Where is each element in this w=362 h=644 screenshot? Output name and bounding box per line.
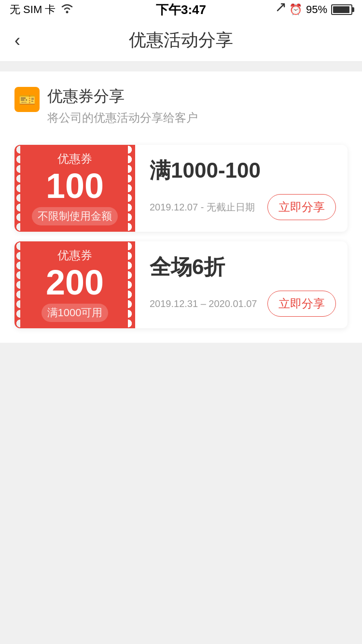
coupon-date-2: 2019.12.31 – 2020.01.07	[150, 298, 257, 309]
coupon-left-1: 优惠券 100 不限制使用金额	[14, 145, 135, 232]
alarm-icon: ⏰	[289, 3, 302, 16]
coupon-amount-2: 200	[46, 265, 104, 300]
share-button-1[interactable]: 立即分享	[267, 194, 336, 220]
coupon-date-1: 2019.12.07 - 无截止日期	[150, 201, 255, 214]
share-button-2[interactable]: 立即分享	[267, 291, 336, 317]
coupon-right-2: 全场6折 2019.12.31 – 2020.01.07 立即分享	[135, 241, 348, 328]
coupon-card-1: 优惠券 100 不限制使用金额 满1000-100 2019.12.07 - 无…	[14, 145, 348, 232]
coupon-condition-2: 满1000可用	[42, 304, 109, 322]
coupon-bottom-2: 2019.12.31 – 2020.01.07 立即分享	[150, 291, 336, 317]
status-right: ⏰ 95%	[277, 3, 352, 16]
section-icon: 🎫	[14, 87, 40, 112]
page-title: 优惠活动分享	[129, 28, 233, 52]
back-button[interactable]: ‹	[14, 30, 20, 51]
coupon-condition-1: 不限制使用金额	[32, 207, 118, 225]
wifi-icon	[60, 3, 74, 16]
coupon-bottom-1: 2019.12.07 - 无截止日期 立即分享	[150, 194, 336, 220]
coupon-title-2: 全场6折	[150, 253, 336, 281]
battery-percentage: 95%	[306, 3, 327, 16]
coupon-card-2: 优惠券 200 满1000可用 全场6折 2019.12.31 – 2020.0…	[14, 241, 348, 328]
status-bar: 无 SIM 卡 下午3:47 ⏰ 95%	[0, 0, 362, 19]
svg-point-0	[66, 11, 69, 14]
coupon-label-1: 优惠券	[57, 151, 92, 167]
coupon-title-1: 满1000-100	[150, 156, 336, 185]
battery-icon	[331, 4, 352, 15]
coupon-left-2: 优惠券 200 满1000可用	[14, 241, 135, 328]
coupon-right-1: 满1000-100 2019.12.07 - 无截止日期 立即分享	[135, 145, 348, 232]
nav-bar: ‹ 优惠活动分享	[0, 19, 362, 62]
section-title: 优惠券分享	[47, 86, 198, 107]
section-header: 🎫 优惠券分享 将公司的优惠活动分享给客户	[0, 71, 362, 135]
bottom-empty-area	[0, 343, 362, 632]
coupon-list: 优惠券 100 不限制使用金额 满1000-100 2019.12.07 - 无…	[0, 135, 362, 343]
coupon-label-2: 优惠券	[57, 248, 92, 263]
section-text: 优惠券分享 将公司的优惠活动分享给客户	[47, 86, 198, 126]
status-left: 无 SIM 卡	[10, 2, 74, 17]
location-icon	[277, 3, 285, 16]
carrier-text: 无 SIM 卡	[10, 2, 56, 17]
coupon-amount-1: 100	[46, 168, 104, 203]
section-subtitle: 将公司的优惠活动分享给客户	[47, 110, 198, 126]
status-time: 下午3:47	[156, 1, 206, 18]
